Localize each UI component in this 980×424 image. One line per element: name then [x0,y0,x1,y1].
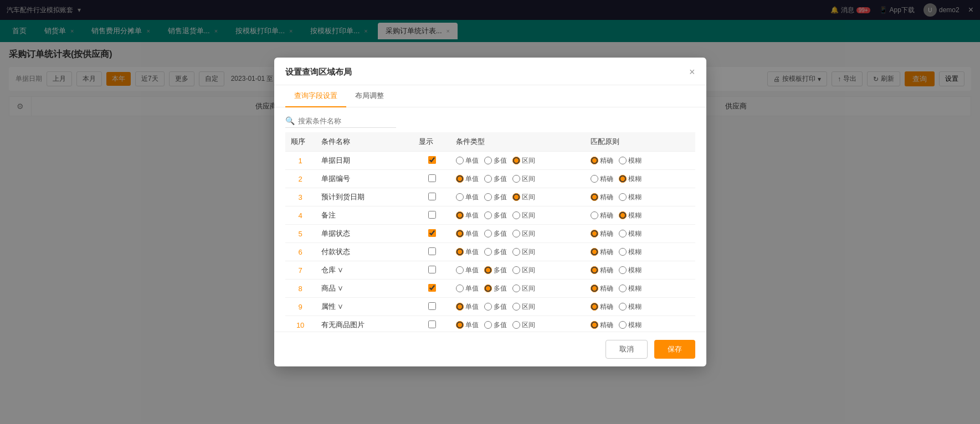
type-radio-input-7-单值[interactable] [456,266,464,274]
show-checkbox-input-5[interactable] [428,229,436,237]
show-checkbox-8[interactable] [428,285,436,293]
type-radio-2-单值[interactable]: 单值 [456,174,479,184]
type-radio-input-2-区间[interactable] [512,175,520,183]
show-checkbox-9[interactable] [428,303,436,312]
show-checkbox-5[interactable] [428,230,436,239]
match-radio-2-模糊[interactable]: 模糊 [619,174,642,184]
type-radio-3-区间[interactable]: 区间 [512,193,535,202]
type-radio-5-单值[interactable]: 单值 [456,229,479,239]
dialog-tab-layout[interactable]: 布局调整 [346,85,393,107]
type-radio-input-9-区间[interactable] [512,303,520,311]
match-radio-1-精确[interactable]: 精确 [591,156,613,166]
type-radio-input-6-多值[interactable] [484,248,492,256]
type-radio-input-5-多值[interactable] [484,230,492,237]
show-checkbox-2[interactable] [428,175,436,184]
type-radio-input-10-多值[interactable] [484,321,492,329]
type-radio-input-1-多值[interactable] [484,157,492,164]
show-checkbox-10[interactable] [428,322,436,330]
type-radio-6-多值[interactable]: 多值 [484,247,507,257]
match-radio-5-精确[interactable]: 精确 [591,229,613,239]
type-radio-9-单值[interactable]: 单值 [456,302,479,312]
match-radio-input-10-精确[interactable] [591,321,598,329]
dialog-tab-field-settings[interactable]: 查询字段设置 [285,85,346,107]
show-checkbox-input-7[interactable] [428,266,436,273]
match-radio-input-5-精确[interactable] [591,230,598,237]
match-radio-7-模糊[interactable]: 模糊 [619,266,642,275]
match-radio-input-8-模糊[interactable] [619,285,627,292]
type-radio-6-单值[interactable]: 单值 [456,247,479,257]
type-radio-input-9-单值[interactable] [456,303,464,311]
type-radio-input-3-多值[interactable] [484,193,492,201]
show-checkbox-input-9[interactable] [428,302,436,310]
match-radio-6-精确[interactable]: 精确 [591,247,613,257]
match-radio-input-3-模糊[interactable] [619,193,627,201]
match-radio-input-3-精确[interactable] [591,193,598,201]
type-radio-input-1-单值[interactable] [456,157,464,164]
match-radio-1-模糊[interactable]: 模糊 [619,156,642,166]
match-radio-input-1-模糊[interactable] [619,157,627,164]
type-radio-input-1-区间[interactable] [512,157,520,164]
dialog-close-btn[interactable]: × [689,66,695,78]
type-radio-10-单值[interactable]: 单值 [456,320,479,330]
match-radio-8-精确[interactable]: 精确 [591,284,613,293]
show-checkbox-input-3[interactable] [428,193,436,200]
match-radio-input-6-精确[interactable] [591,248,598,256]
type-radio-input-7-多值[interactable] [484,266,492,274]
type-radio-input-10-单值[interactable] [456,321,464,329]
match-radio-10-精确[interactable]: 精确 [591,320,613,330]
show-checkbox-1[interactable] [428,157,436,166]
match-radio-input-5-模糊[interactable] [619,230,627,237]
type-radio-input-9-多值[interactable] [484,303,492,311]
match-radio-9-精确[interactable]: 精确 [591,302,613,312]
type-radio-input-5-区间[interactable] [512,230,520,237]
match-radio-input-7-精确[interactable] [591,266,598,274]
match-radio-9-模糊[interactable]: 模糊 [619,302,642,312]
type-radio-9-区间[interactable]: 区间 [512,302,535,312]
match-radio-input-4-模糊[interactable] [619,211,627,219]
match-radio-10-模糊[interactable]: 模糊 [619,320,642,330]
type-radio-input-6-单值[interactable] [456,248,464,256]
type-radio-7-多值[interactable]: 多值 [484,266,507,275]
match-radio-input-4-精确[interactable] [591,211,598,219]
type-radio-8-单值[interactable]: 单值 [456,284,479,293]
type-radio-input-6-区间[interactable] [512,248,520,256]
show-checkbox-input-4[interactable] [428,211,436,219]
type-radio-3-多值[interactable]: 多值 [484,193,507,202]
match-radio-3-模糊[interactable]: 模糊 [619,193,642,202]
type-radio-2-区间[interactable]: 区间 [512,174,535,184]
type-radio-input-2-多值[interactable] [484,175,492,183]
type-radio-input-10-区间[interactable] [512,321,520,329]
match-radio-5-模糊[interactable]: 模糊 [619,229,642,239]
match-radio-7-精确[interactable]: 精确 [591,266,613,275]
match-radio-4-模糊[interactable]: 模糊 [619,211,642,220]
match-radio-2-精确[interactable]: 精确 [591,174,613,184]
type-radio-6-区间[interactable]: 区间 [512,247,535,257]
match-radio-input-8-精确[interactable] [591,285,598,292]
show-checkbox-4[interactable] [428,212,436,220]
match-radio-input-9-模糊[interactable] [619,303,627,311]
type-radio-input-2-单值[interactable] [456,175,464,183]
type-radio-4-多值[interactable]: 多值 [484,211,507,220]
type-radio-7-区间[interactable]: 区间 [512,266,535,275]
match-radio-input-9-精确[interactable] [591,303,598,311]
show-checkbox-input-6[interactable] [428,247,436,255]
cancel-btn[interactable]: 取消 [606,340,648,359]
type-radio-10-区间[interactable]: 区间 [512,320,535,330]
type-radio-input-4-区间[interactable] [512,211,520,219]
type-radio-1-单值[interactable]: 单值 [456,156,479,166]
show-checkbox-7[interactable] [428,267,436,275]
match-radio-3-精确[interactable]: 精确 [591,193,613,202]
match-radio-input-7-模糊[interactable] [619,266,627,274]
match-radio-6-模糊[interactable]: 模糊 [619,247,642,257]
type-radio-7-单值[interactable]: 单值 [456,266,479,275]
type-radio-input-8-多值[interactable] [484,285,492,292]
type-radio-input-3-单值[interactable] [456,193,464,201]
match-radio-input-1-精确[interactable] [591,157,598,164]
match-radio-8-模糊[interactable]: 模糊 [619,284,642,293]
type-radio-input-5-单值[interactable] [456,230,464,237]
match-radio-input-2-模糊[interactable] [619,175,627,183]
type-radio-input-8-单值[interactable] [456,285,464,292]
show-checkbox-input-2[interactable] [428,174,436,182]
type-radio-4-单值[interactable]: 单值 [456,211,479,220]
type-radio-9-多值[interactable]: 多值 [484,302,507,312]
